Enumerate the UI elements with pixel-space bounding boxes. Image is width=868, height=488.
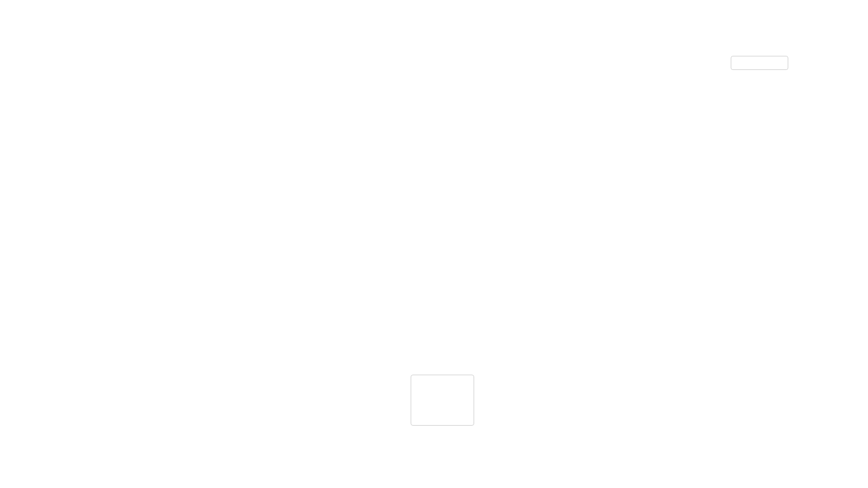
rsi9-line-swatch xyxy=(416,383,431,384)
legend-rsi-row xyxy=(416,400,469,412)
legend-rsi-row xyxy=(416,378,469,389)
close-line-swatch xyxy=(736,62,750,64)
rsi14-line-swatch xyxy=(416,394,431,395)
legend-close xyxy=(731,56,788,70)
legend-rsi-row xyxy=(416,389,469,401)
legend-rsi-row xyxy=(416,412,469,423)
rsi22-line-swatch xyxy=(416,405,431,407)
rsi42-line-swatch xyxy=(416,416,431,418)
legend-rsi xyxy=(411,375,474,426)
chart-figure xyxy=(0,0,868,488)
